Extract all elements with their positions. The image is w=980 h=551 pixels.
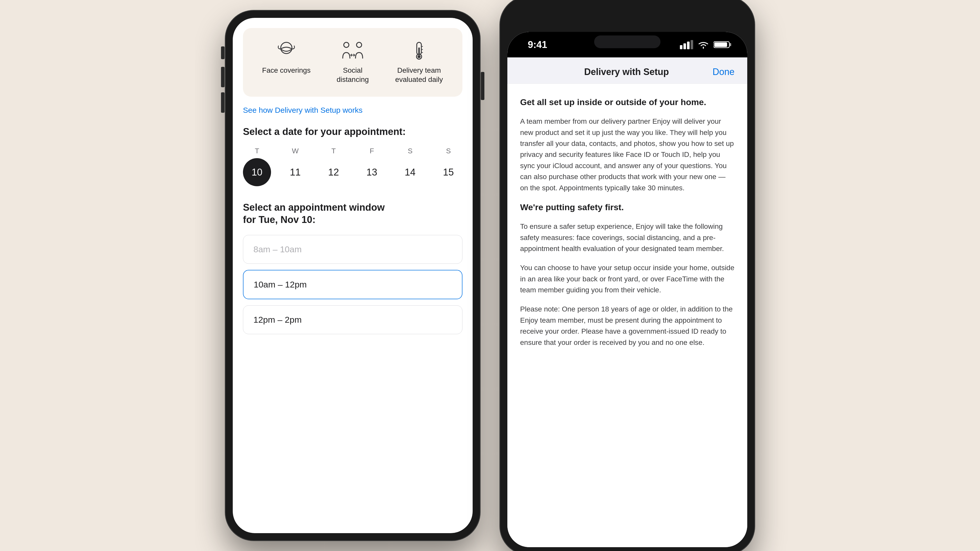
sheet-content: Get all set up inside or outside of your… <box>508 84 747 547</box>
calendar-day-headers: T W T F S S <box>233 147 473 155</box>
day-S1: S <box>396 147 424 155</box>
right-phone-shell: 9:41 <box>500 0 754 551</box>
sheet-title: Delivery with Setup <box>584 67 669 77</box>
date-14[interactable]: 14 <box>396 158 424 186</box>
svg-point-1 <box>344 42 349 48</box>
safety-banner: Face coverings <box>243 28 463 97</box>
social-distance-icon <box>341 40 364 61</box>
wifi-icon <box>697 40 710 49</box>
svg-rect-14 <box>690 40 693 49</box>
setup-body: A team member from our delivery partner … <box>520 116 735 193</box>
date-11[interactable]: 11 <box>281 158 309 186</box>
vol-up-button[interactable] <box>221 67 224 87</box>
calendar-dates: 10 11 12 13 14 15 <box>233 158 473 186</box>
section-safety: We're putting safety first. <box>520 202 735 213</box>
status-icons <box>680 40 732 49</box>
select-date-heading: Select a date for your appointment: <box>243 126 463 138</box>
time-slot-10am[interactable]: 10am – 12pm <box>243 270 463 299</box>
mute-button[interactable] <box>221 46 224 59</box>
svg-point-7 <box>417 55 421 58</box>
face-coverings-label: Face coverings <box>262 66 310 75</box>
facetime-body: You can choose to have your setup occur … <box>520 262 735 295</box>
safety-item-delivery-team: Delivery team evaluated daily <box>393 40 445 84</box>
social-distancing-label: Social distancing <box>327 66 378 84</box>
scene: Face coverings <box>0 0 980 551</box>
setup-heading: Get all set up inside or outside of your… <box>520 97 735 108</box>
day-F: F <box>358 147 386 155</box>
vol-down-button[interactable] <box>221 92 224 113</box>
day-T2: T <box>320 147 348 155</box>
time-slot-12pm[interactable]: 12pm – 2pm <box>243 305 463 334</box>
safety-body: To ensure a safer setup experience, Enjo… <box>520 221 735 254</box>
sheet-header: Delivery with Setup Done <box>508 57 747 84</box>
safety-item-social-distancing: Social distancing <box>327 40 378 84</box>
power-button[interactable] <box>481 72 484 100</box>
left-screen-content: Face coverings <box>233 18 473 533</box>
status-bar: 9:41 <box>508 32 747 57</box>
status-time: 9:41 <box>528 39 547 50</box>
delivery-team-label: Delivery team evaluated daily <box>393 66 445 84</box>
safety-heading: We're putting safety first. <box>520 202 735 213</box>
day-S2: S <box>434 147 463 155</box>
svg-point-2 <box>356 42 362 48</box>
svg-rect-12 <box>683 43 686 49</box>
safety-item-face-coverings: Face coverings <box>261 40 312 75</box>
done-button[interactable]: Done <box>713 67 735 77</box>
svg-rect-17 <box>730 43 731 46</box>
right-screen: 9:41 <box>508 32 747 547</box>
battery-icon <box>714 40 732 49</box>
note-body: Please note: One person 18 years of age … <box>520 303 735 348</box>
date-13[interactable]: 13 <box>358 158 386 186</box>
day-T1: T <box>243 147 271 155</box>
section-setup: Get all set up inside or outside of your… <box>520 97 735 108</box>
date-10[interactable]: 10 <box>243 158 271 186</box>
face-mask-icon <box>275 40 298 61</box>
day-W: W <box>281 147 309 155</box>
thermometer-icon <box>407 40 431 61</box>
svg-point-15 <box>703 47 704 48</box>
appt-window-heading: Select an appointment windowfor Tue, Nov… <box>243 202 463 226</box>
svg-rect-11 <box>680 45 682 49</box>
signal-icon <box>680 40 693 49</box>
time-slot-8am[interactable]: 8am – 10am <box>243 235 463 264</box>
see-how-link[interactable]: See how Delivery with Setup works <box>243 106 463 114</box>
date-12[interactable]: 12 <box>320 158 348 186</box>
notch <box>594 35 660 48</box>
svg-rect-13 <box>687 41 690 49</box>
left-screen: Face coverings <box>233 18 473 533</box>
svg-rect-18 <box>714 42 727 47</box>
left-phone-shell: Face coverings <box>226 11 480 540</box>
date-15[interactable]: 15 <box>434 158 463 186</box>
right-power-button[interactable] <box>508 4 511 32</box>
